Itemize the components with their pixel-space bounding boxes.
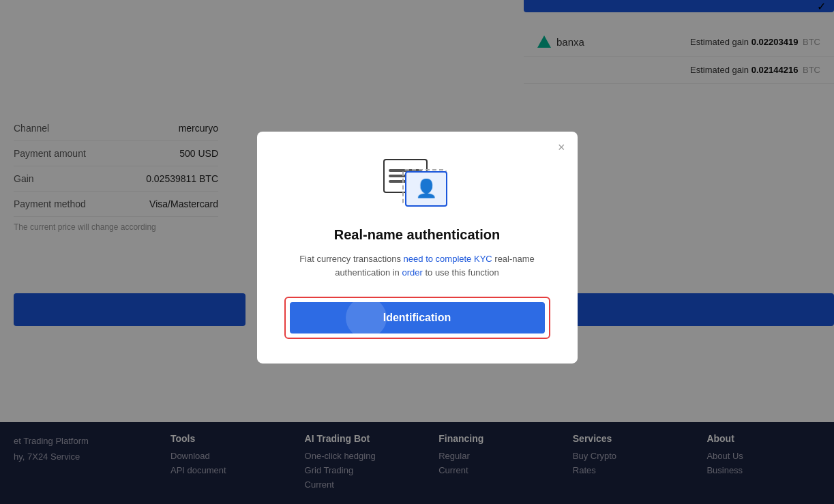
modal-description: Fiat currency transactions need to compl… (284, 252, 550, 280)
modal-dialog: × 👤 Real-name authentication Fiat curren… (257, 131, 578, 364)
identification-button[interactable]: Identification (290, 302, 545, 333)
modal-title: Real-name authentication (334, 226, 500, 242)
modal-desc-highlight2: order (402, 267, 422, 278)
modal-icon-area: 👤 (383, 158, 451, 213)
modal-desc-part1: Fiat currency transactions (299, 253, 403, 263)
background-page: ✓ banxa Estimated gain 0.02203419 BTC Es… (0, 0, 834, 504)
modal-desc-highlight1: need to complete KYC (404, 253, 492, 263)
id-card-front-icon: 👤 (405, 171, 447, 206)
identification-button-wrapper: Identification (284, 297, 550, 339)
person-icon: 👤 (415, 178, 437, 199)
modal-desc-part3: to use this function (423, 267, 499, 278)
modal-close-button[interactable]: × (558, 140, 565, 153)
